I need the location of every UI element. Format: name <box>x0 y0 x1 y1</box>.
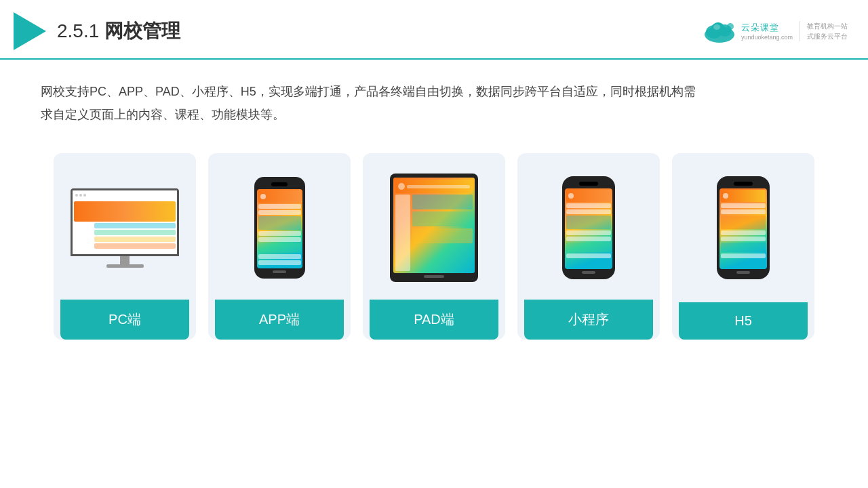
t-r2 <box>412 211 473 226</box>
m-dot <box>568 193 574 199</box>
pc-device-area <box>60 167 189 289</box>
dot1 <box>75 194 78 197</box>
main-area <box>94 223 176 249</box>
brand-divider <box>800 21 800 41</box>
pad-device-area <box>370 167 498 289</box>
description-text: 网校支持PC、APP、PAD、小程序、H5，实现多端打通，产品各终端自由切换，数… <box>0 60 746 140</box>
svg-point-4 <box>713 24 720 30</box>
brand-text: 云朵课堂 yunduoketang.com <box>741 22 793 41</box>
m-r1 <box>566 203 611 208</box>
t-bar <box>407 185 470 188</box>
m-r2 <box>566 209 611 214</box>
sr1 <box>258 204 301 209</box>
tablet-screen <box>393 178 475 273</box>
app-device-area <box>215 167 344 289</box>
t-sidebar <box>395 195 410 271</box>
mini-notch <box>579 182 598 186</box>
pc-monitor <box>71 188 179 268</box>
brand-top: 云朵课堂 yunduoketang.com 教育机构一站 式服务云平台 <box>702 20 848 43</box>
t-main <box>412 195 473 271</box>
sr2 <box>258 210 301 215</box>
sr3 <box>258 216 301 230</box>
mini-home-bar <box>582 271 595 274</box>
svg-point-5 <box>727 23 734 30</box>
h5-device-area <box>679 167 808 289</box>
phone-screen-app <box>257 189 302 268</box>
m-r4 <box>566 230 611 235</box>
sr8 <box>258 260 301 265</box>
h5-r3 <box>721 216 766 229</box>
sr6 <box>258 243 301 253</box>
tablet-home <box>424 275 444 278</box>
h5-banner <box>721 190 766 202</box>
phone-screen-h5 <box>719 188 767 269</box>
m-r7 <box>566 253 611 258</box>
h5-r5 <box>721 237 766 241</box>
card-pad-label: PAD端 <box>370 300 498 340</box>
h5-r4 <box>721 230 766 235</box>
monitor-bar <box>73 190 177 200</box>
tablet-banner <box>395 180 473 193</box>
logo-triangle-icon <box>14 12 46 50</box>
avatar-dot <box>260 194 266 199</box>
m-r3 <box>566 216 611 229</box>
phone-device-h5 <box>717 176 770 279</box>
row2 <box>94 230 176 235</box>
card-pc-label: PC端 <box>60 300 189 340</box>
dot2 <box>79 194 82 197</box>
sr4 <box>258 231 301 236</box>
h5-r2 <box>721 209 766 214</box>
monitor-base <box>106 264 144 268</box>
app-banner <box>258 190 301 203</box>
h5-r6 <box>721 243 766 252</box>
brand-tagline: 教育机构一站 式服务云平台 <box>807 21 848 41</box>
dot3 <box>83 194 86 197</box>
banner-row <box>74 201 176 222</box>
card-mini-label: 小程序 <box>524 300 653 340</box>
card-h5: H5 <box>672 153 814 340</box>
phone-notch <box>271 182 288 186</box>
tablet-content <box>395 195 473 271</box>
mini-banner <box>566 190 611 202</box>
phone-screen-mini <box>565 188 612 269</box>
card-h5-label: H5 <box>679 302 808 340</box>
sr5 <box>258 237 301 242</box>
card-mini: 小程序 <box>517 153 660 340</box>
monitor-neck <box>120 256 130 264</box>
sr7 <box>258 254 301 259</box>
card-app: APP端 <box>208 153 351 340</box>
header: 2.5.1 网校管理 云朵课堂 yunduoketang.com <box>0 0 868 60</box>
row1 <box>94 223 176 228</box>
h5-home-bar <box>736 271 750 274</box>
card-pc: PC端 <box>54 153 196 340</box>
h5-r1 <box>721 203 766 208</box>
brand-logo-area: 云朵课堂 yunduoketang.com 教育机构一站 式服务云平台 <box>702 20 848 43</box>
h5-r7 <box>721 253 766 258</box>
h5-notch <box>734 182 753 186</box>
card-pad: PAD端 <box>363 153 505 340</box>
phone-device-mini <box>562 176 615 279</box>
cards-container: PC端 <box>0 140 868 353</box>
phone-home-bar <box>273 270 286 273</box>
header-left: 2.5.1 网校管理 <box>14 12 180 50</box>
row3 <box>94 237 176 242</box>
cloud-logo-icon <box>702 20 737 43</box>
card-app-label: APP端 <box>215 300 344 340</box>
m-r5 <box>566 237 611 241</box>
t-r1 <box>412 195 473 209</box>
sidebar <box>74 223 93 249</box>
monitor-screen <box>71 188 179 256</box>
phone-device-app <box>254 177 305 279</box>
tablet-device <box>390 174 478 282</box>
page-title: 2.5.1 网校管理 <box>57 18 180 44</box>
mini-device-area <box>524 167 653 289</box>
t-dot <box>398 183 405 190</box>
monitor-content <box>73 200 177 250</box>
row4 <box>94 243 176 249</box>
content-rows <box>74 223 176 249</box>
t-r3 <box>412 228 473 243</box>
h5-dot <box>723 193 728 199</box>
m-r6 <box>566 243 611 252</box>
